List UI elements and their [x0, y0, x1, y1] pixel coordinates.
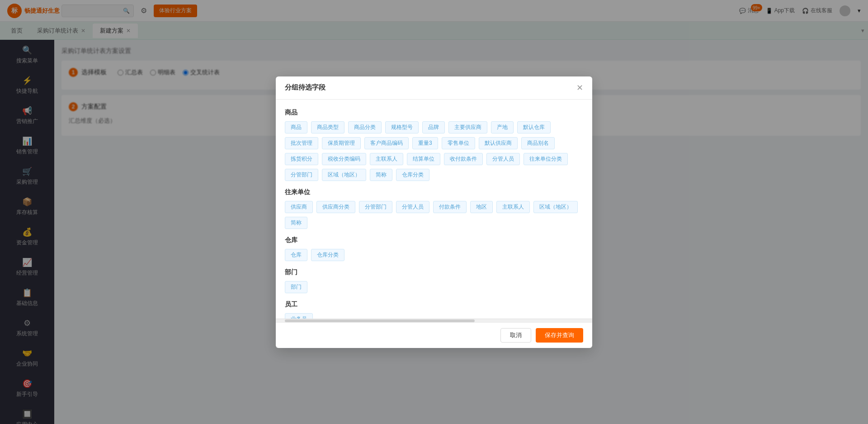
field-tag[interactable]: 默认供应商	[479, 137, 518, 149]
section-product-fields: 商品 商品类型 商品分类 规格型号 品牌 主要供应商 产地 默认仓库 批次管理 …	[285, 121, 583, 181]
field-tag[interactable]: 拣货积分	[285, 153, 318, 165]
field-tag[interactable]: 批次管理	[285, 137, 318, 149]
section-employee-fields: 业务员	[285, 313, 583, 319]
field-tag[interactable]: 分管人员	[486, 153, 520, 165]
field-tag[interactable]: 付款条件	[433, 201, 467, 213]
field-tag[interactable]: 商品类型	[311, 121, 344, 133]
field-tag[interactable]: 零售单位	[442, 137, 475, 149]
field-tag[interactable]: 简称	[285, 217, 307, 229]
section-department-fields: 部门	[285, 281, 583, 293]
field-tag[interactable]: 商品	[285, 121, 307, 133]
field-tag[interactable]: 区域（地区）	[322, 169, 366, 181]
field-tag[interactable]: 结算单位	[407, 153, 440, 165]
save-query-button[interactable]: 保存并查询	[536, 328, 583, 343]
section-employee-title: 员工	[285, 300, 583, 309]
field-tag[interactable]: 产地	[491, 121, 514, 133]
modal-hscroll-thumb[interactable]	[285, 319, 475, 322]
field-tag[interactable]: 商品别名	[521, 137, 555, 149]
modal-close-button[interactable]: ✕	[576, 83, 583, 93]
section-partner-fields: 供应商 供应商分类 分管部门 分管人员 付款条件 地区 主联系人 区域（地区） …	[285, 201, 583, 229]
cancel-button[interactable]: 取消	[500, 328, 531, 343]
section-warehouse-title: 仓库	[285, 236, 583, 244]
field-tag[interactable]: 简称	[370, 169, 392, 181]
field-tag[interactable]: 业务员	[285, 313, 313, 319]
field-tag[interactable]: 收付款条件	[444, 153, 483, 165]
field-tag[interactable]: 税收分类编码	[322, 153, 366, 165]
field-tag[interactable]: 主联系人	[496, 201, 530, 213]
field-tag[interactable]: 往来单位分类	[524, 153, 568, 165]
section-product-title: 商品	[285, 109, 583, 117]
field-tag[interactable]: 部门	[285, 281, 307, 293]
field-tag[interactable]: 仓库分类	[311, 249, 344, 261]
field-tag[interactable]: 仓库	[285, 249, 307, 261]
modal-body: 商品 商品 商品类型 商品分类 规格型号 品牌 主要供应商 产地 默认仓库 批次…	[276, 100, 592, 319]
field-tag[interactable]: 供应商	[285, 201, 313, 213]
section-warehouse-fields: 仓库 仓库分类	[285, 249, 583, 261]
field-tag[interactable]: 重量3	[412, 137, 438, 149]
section-department-title: 部门	[285, 268, 583, 276]
field-tag[interactable]: 客户商品编码	[364, 137, 409, 149]
field-tag[interactable]: 供应商分类	[316, 201, 355, 213]
field-select-modal: 分组待选字段 ✕ 商品 商品 商品类型 商品分类 规格型号 品牌 主要供应商 产…	[276, 76, 592, 348]
field-tag[interactable]: 分管人员	[396, 201, 429, 213]
modal-header: 分组待选字段 ✕	[276, 76, 592, 100]
field-tag[interactable]: 分管部门	[285, 169, 318, 181]
field-tag[interactable]: 规格型号	[385, 121, 419, 133]
field-tag[interactable]: 主联系人	[370, 153, 403, 165]
modal-overlay[interactable]: 分组待选字段 ✕ 商品 商品 商品类型 商品分类 规格型号 品牌 主要供应商 产…	[0, 0, 868, 424]
field-tag[interactable]: 品牌	[422, 121, 445, 133]
field-tag[interactable]: 主要供应商	[448, 121, 487, 133]
field-tag[interactable]: 默认仓库	[517, 121, 551, 133]
section-partner-title: 往来单位	[285, 188, 583, 196]
field-tag[interactable]: 分管部门	[359, 201, 392, 213]
modal-footer: 取消 保存并查询	[276, 322, 592, 348]
field-tag[interactable]: 仓库分类	[396, 169, 429, 181]
modal-title: 分组待选字段	[285, 83, 326, 92]
field-tag[interactable]: 商品分类	[348, 121, 382, 133]
modal-horizontal-scrollbar[interactable]	[276, 319, 592, 322]
field-tag[interactable]: 区域（地区）	[533, 201, 578, 213]
field-tag[interactable]: 地区	[470, 201, 493, 213]
field-tag[interactable]: 保质期管理	[322, 137, 361, 149]
